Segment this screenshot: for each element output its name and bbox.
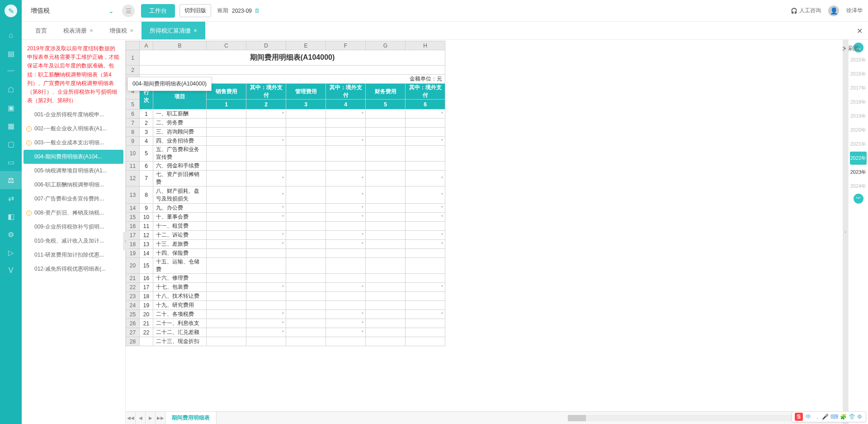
row-item[interactable]: 十六、修理费	[153, 274, 207, 283]
data-cell[interactable]	[406, 162, 445, 171]
form-item-0[interactable]: 001-企业所得税年度纳税申...	[22, 108, 125, 122]
data-cell[interactable]: *	[246, 328, 286, 337]
nav-v-icon[interactable]: V	[0, 262, 22, 280]
sheet-nav-next[interactable]: ▶	[146, 412, 156, 424]
nav-calendar-icon[interactable]: ▭	[0, 153, 22, 171]
data-cell[interactable]	[207, 337, 246, 346]
data-cell[interactable]	[326, 146, 366, 162]
data-cell[interactable]	[366, 231, 406, 240]
data-cell[interactable]: *	[246, 110, 286, 119]
row-item[interactable]: 十、董事会费	[153, 213, 207, 222]
data-cell[interactable]: *	[246, 231, 286, 240]
col-header-B[interactable]: B	[153, 41, 207, 50]
nav-clipboard-icon[interactable]: ▣	[0, 99, 22, 117]
data-cell[interactable]	[207, 240, 246, 249]
data-cell[interactable]	[207, 283, 246, 292]
close-icon[interactable]: ✕	[193, 28, 197, 33]
sheet-nav-prev[interactable]: ◀	[136, 412, 146, 424]
nav-video-icon[interactable]: ▷	[0, 243, 22, 262]
data-cell[interactable]	[406, 274, 445, 283]
right-expand-handle[interactable]: ›	[843, 40, 848, 424]
ime-tool-icon[interactable]: ⌨	[830, 414, 838, 420]
data-cell[interactable]	[207, 274, 246, 283]
data-cell[interactable]	[286, 258, 326, 274]
form-item-5[interactable]: 006-职工薪酬纳税调整明细...	[22, 178, 125, 192]
col-header-A[interactable]: A	[140, 41, 153, 50]
data-cell[interactable]: *	[406, 240, 445, 249]
data-cell[interactable]	[286, 249, 326, 258]
data-cell[interactable]	[286, 337, 326, 346]
form-item-6[interactable]: 007-广告费和业务宣传费跨...	[22, 192, 125, 206]
data-cell[interactable]	[406, 128, 445, 137]
row-item[interactable]: 二十二、汇兑差额	[153, 328, 207, 337]
data-cell[interactable]	[286, 231, 326, 240]
data-cell[interactable]	[406, 119, 445, 128]
ime-tool-icon[interactable]: ⚙	[857, 414, 862, 420]
data-cell[interactable]	[366, 137, 406, 146]
panel-collapse-handle[interactable]: ‹	[123, 232, 128, 250]
ime-bar[interactable]: S 中 ，🎤⌨🧩👕⚙	[792, 411, 866, 422]
data-cell[interactable]: *	[406, 310, 445, 319]
data-cell[interactable]: *	[406, 186, 445, 204]
nav-chart-icon[interactable]: 〰	[0, 62, 22, 81]
form-item-4[interactable]: 005-纳税调整项目明细表(A1...	[22, 164, 125, 178]
nav-shirt-icon[interactable]: ▢	[0, 135, 22, 153]
data-cell[interactable]	[406, 222, 445, 231]
sheet-tab-active[interactable]: 期间费用明细表	[165, 412, 217, 424]
data-cell[interactable]	[366, 319, 406, 328]
data-cell[interactable]	[366, 119, 406, 128]
data-cell[interactable]	[286, 204, 326, 213]
data-cell[interactable]	[326, 274, 366, 283]
data-cell[interactable]	[207, 328, 246, 337]
data-cell[interactable]	[207, 162, 246, 171]
row-number[interactable]: 9	[140, 204, 153, 213]
year-2019年[interactable]: 2019年	[849, 110, 868, 123]
row-number[interactable]: 14	[140, 249, 153, 258]
col-header-G[interactable]: G	[366, 41, 406, 50]
row-number[interactable]: 10	[140, 213, 153, 222]
data-cell[interactable]	[366, 213, 406, 222]
row-number[interactable]: 22	[140, 328, 153, 337]
data-cell[interactable]	[366, 328, 406, 337]
data-cell[interactable]	[207, 231, 246, 240]
calendar-icon[interactable]: 🗓	[255, 8, 260, 14]
data-cell[interactable]	[246, 274, 286, 283]
username[interactable]: 徐泽华	[846, 7, 863, 14]
data-cell[interactable]	[286, 110, 326, 119]
data-cell[interactable]	[286, 283, 326, 292]
row-number[interactable]: 15	[140, 258, 153, 274]
ime-tool-icon[interactable]: 👕	[849, 414, 855, 420]
col-header-C[interactable]: C	[207, 41, 246, 50]
data-cell[interactable]: *	[326, 204, 366, 213]
row-item[interactable]: 九、办公费	[153, 204, 207, 213]
form-item-11[interactable]: 012-减免所得税优惠明细表(...	[22, 262, 125, 276]
data-cell[interactable]	[246, 162, 286, 171]
form-item-8[interactable]: 009-企业所得税弥补亏损明...	[22, 220, 125, 234]
col-header-E[interactable]: E	[286, 41, 326, 50]
row-number[interactable]: 18	[140, 292, 153, 301]
row-number[interactable]: 8	[140, 186, 153, 204]
row-item[interactable]: 七、资产折旧摊销费	[153, 171, 207, 186]
row-item[interactable]: 十八、技术转让费	[153, 292, 207, 301]
data-cell[interactable]: *	[246, 310, 286, 319]
corner-cell[interactable]	[126, 41, 140, 50]
data-cell[interactable]	[326, 337, 366, 346]
row-number[interactable]: 3	[140, 128, 153, 137]
data-cell[interactable]	[366, 274, 406, 283]
row-number[interactable]: 19	[140, 301, 153, 310]
data-cell[interactable]: *	[406, 110, 445, 119]
data-cell[interactable]	[246, 301, 286, 310]
data-cell[interactable]	[406, 292, 445, 301]
data-cell[interactable]	[366, 146, 406, 162]
row-number[interactable]	[140, 337, 153, 346]
data-cell[interactable]	[286, 240, 326, 249]
data-cell[interactable]	[366, 258, 406, 274]
data-cell[interactable]	[366, 171, 406, 186]
data-cell[interactable]	[366, 222, 406, 231]
data-cell[interactable]	[366, 240, 406, 249]
data-cell[interactable]	[286, 137, 326, 146]
nav-settings-icon[interactable]: ⚙	[0, 225, 22, 243]
data-cell[interactable]	[326, 292, 366, 301]
data-cell[interactable]	[286, 274, 326, 283]
col-header-H[interactable]: H	[406, 41, 445, 50]
